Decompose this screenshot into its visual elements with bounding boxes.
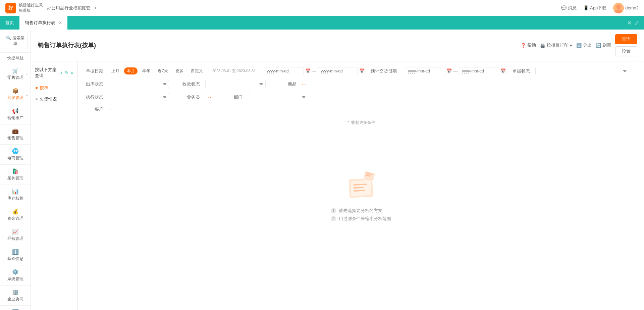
- exec-status-select[interactable]: [109, 93, 169, 101]
- sidebar-section-ecommerce: 🌐 电商管理: [0, 145, 31, 165]
- settings-button[interactable]: 设置: [615, 46, 637, 56]
- date-shortcut-custom[interactable]: 自定义: [188, 67, 206, 74]
- sidebar-item-enterprise[interactable]: 🏢 企业协同: [0, 286, 31, 305]
- date-shortcut-this-month[interactable]: 本月: [124, 67, 138, 74]
- header-left: 好 畅捷通好生意 标准版 办公用品行业模拟账套 ▾: [5, 3, 96, 13]
- order-status-label: 单据状态: [511, 68, 530, 74]
- panel-container: 按以下方案查询 + ✎ « 按单 欠货情况: [31, 61, 644, 310]
- collapse-button[interactable]: ⌃ 收起更多条件: [85, 117, 637, 128]
- filter-area: 单据日期 上月 本月 本年 近7天 更多 自定义 2023-03-01 至 20…: [78, 61, 644, 310]
- date-shortcut-7days[interactable]: 近7天: [155, 67, 171, 74]
- dept-wrapper: ▾: [248, 93, 308, 101]
- tab-bar-actions: ✕ ⤢: [627, 20, 644, 26]
- purchase-icon: 🛍️: [12, 168, 19, 174]
- calendar-from-icon[interactable]: 📅: [305, 68, 311, 73]
- payment-status-select[interactable]: [205, 80, 266, 88]
- print-action[interactable]: 🖨️ 按模板打印 ▾: [540, 42, 572, 48]
- export-action[interactable]: ⬇️ 导出: [576, 42, 592, 48]
- date-to-input[interactable]: [318, 67, 358, 75]
- scheme-header-icons: + ✎ «: [60, 70, 73, 75]
- sidebar-section-marketing: 📢 营销推广: [0, 104, 31, 124]
- tab-home[interactable]: 首页: [0, 16, 19, 30]
- product-more-icon[interactable]: ···: [302, 81, 308, 87]
- scheme-item-by-order[interactable]: 按单: [31, 82, 77, 94]
- header-right: 💬 消息 📱 App下载 demo2: [561, 3, 639, 13]
- dept-select[interactable]: [248, 93, 308, 101]
- date-label: 单据日期: [85, 68, 103, 74]
- sidebar-item-finance[interactable]: 💰 资金管理: [0, 205, 31, 225]
- customer-more-icon[interactable]: ···: [109, 106, 115, 112]
- search-menu-button[interactable]: 🔍 搜索菜单: [3, 33, 28, 49]
- tab-close-window-icon[interactable]: ✕: [627, 20, 632, 26]
- query-button[interactable]: 查询: [615, 34, 637, 44]
- operation-icon: 📈: [12, 228, 19, 235]
- scheme-dot-inactive: [36, 98, 38, 100]
- expected-calendar-from-icon[interactable]: 📅: [446, 68, 452, 73]
- sidebar-item-sales[interactable]: 💼 销售管理: [0, 124, 31, 144]
- tab-sales-order[interactable]: 销售订单执行表 ✕: [19, 16, 67, 30]
- message-icon: 💬: [561, 5, 567, 10]
- sidebar-item-retail[interactable]: 🛒 零售管理 ▾: [0, 64, 31, 84]
- sidebar-item-purchase[interactable]: 🛍️ 采购管理: [0, 165, 31, 185]
- tab-bar: 首页 销售订单执行表 ✕ ✕ ⤢: [0, 16, 644, 30]
- logo-area: 好 畅捷通好生意 标准版: [5, 3, 43, 13]
- sidebar-search[interactable]: 🔍 搜索菜单: [0, 30, 31, 53]
- sidebar-section-enterprise: 🏢 企业协同: [0, 286, 31, 306]
- date-shortcuts: 上月 本月 本年 近7天 更多 自定义: [109, 67, 206, 74]
- date-shortcut-more[interactable]: 更多: [173, 67, 186, 74]
- tab-expand-icon[interactable]: ⤢: [634, 20, 639, 26]
- exec-status-wrapper: ▾: [109, 93, 169, 101]
- sidebar-section-basic: ℹ️ 基础信息: [0, 245, 31, 265]
- date-shortcut-last-month[interactable]: 上月: [109, 67, 122, 74]
- sidebar-section-sales: 💼 销售管理: [0, 124, 31, 145]
- salesperson-more-icon[interactable]: ···: [205, 94, 212, 100]
- content-area: 销售订单执行表(按单) ❓ 帮助 🖨️ 按模板打印 ▾ ⬇️ 导出: [31, 30, 644, 310]
- wholesale-icon: 📦: [12, 88, 19, 94]
- filter-row-1: 单据日期 上月 本月 本年 近7天 更多 自定义 2023-03-01 至 20…: [85, 67, 637, 75]
- sidebar-item-wholesale[interactable]: 📦 批发管理 ▴: [0, 84, 31, 104]
- sidebar-item-basic[interactable]: ℹ️ 基础信息: [0, 245, 31, 265]
- sidebar-item-guide[interactable]: 🆕 新手引导: [0, 306, 31, 310]
- sidebar-item-ecommerce[interactable]: 🌐 电商管理: [0, 145, 31, 164]
- header-dropdown-icon[interactable]: ▾: [95, 6, 96, 10]
- expected-date-from-input[interactable]: [405, 67, 445, 75]
- stock-status-select[interactable]: [109, 80, 169, 88]
- empty-tips: 1 请先选择要分析的方案 2 用过滤条件来缩小分析范围: [331, 208, 391, 222]
- quick-nav[interactable]: 快捷导航: [0, 53, 31, 64]
- page-title: 销售订单执行表(按单): [38, 41, 96, 54]
- message-action[interactable]: 💬 消息: [561, 5, 577, 11]
- user-profile[interactable]: demo2: [613, 3, 639, 13]
- avatar: [613, 3, 624, 13]
- inventory-icon: 📊: [12, 188, 19, 195]
- app-download-action[interactable]: 📱 App下载: [583, 5, 606, 11]
- date-shortcut-this-year[interactable]: 本年: [140, 67, 153, 74]
- sidebar-item-inventory[interactable]: 📊 库存核算: [0, 185, 31, 205]
- expected-calendar-to-icon[interactable]: 📅: [500, 68, 506, 73]
- sidebar-item-marketing[interactable]: 📢 营销推广: [0, 104, 31, 124]
- scheme-collapse-icon[interactable]: «: [71, 70, 73, 75]
- system-icon: ⚙️: [12, 269, 19, 275]
- scheme-item-backorder[interactable]: 欠货情况: [31, 94, 77, 105]
- filter-row-2: 出库状态 ▾ 收款状态 ▾: [85, 80, 637, 88]
- stock-status-wrapper: ▾: [109, 80, 169, 88]
- sidebar-item-system[interactable]: ⚙️ 系统管理: [0, 265, 31, 285]
- help-action[interactable]: ❓ 帮助: [521, 42, 536, 48]
- order-status-select-wrapper: ▾: [535, 67, 629, 75]
- expected-date-to-input[interactable]: [459, 67, 499, 75]
- basic-icon: ℹ️: [12, 249, 19, 255]
- refresh-action[interactable]: 🔄 刷新: [596, 42, 611, 48]
- date-from-input[interactable]: [264, 67, 304, 75]
- retail-icon: 🛒: [12, 67, 19, 74]
- svg-point-0: [616, 4, 621, 9]
- print-dropdown-icon[interactable]: ▾: [570, 43, 572, 48]
- order-status-select[interactable]: [535, 67, 629, 75]
- calendar-to-icon[interactable]: 📅: [359, 68, 365, 73]
- page-header-actions: ❓ 帮助 🖨️ 按模板打印 ▾ ⬇️ 导出 🔄 刷新: [521, 34, 637, 61]
- sidebar-item-operation[interactable]: 📈 经营管理: [0, 225, 31, 245]
- print-icon: 🖨️: [540, 43, 545, 48]
- sidebar-section-system: ⚙️ 系统管理: [0, 265, 31, 286]
- logo-text: 畅捷通好生意 标准版: [19, 3, 43, 13]
- scheme-add-icon[interactable]: +: [60, 70, 63, 75]
- tab-close-icon[interactable]: ✕: [59, 20, 62, 25]
- scheme-edit-icon[interactable]: ✎: [65, 70, 69, 75]
